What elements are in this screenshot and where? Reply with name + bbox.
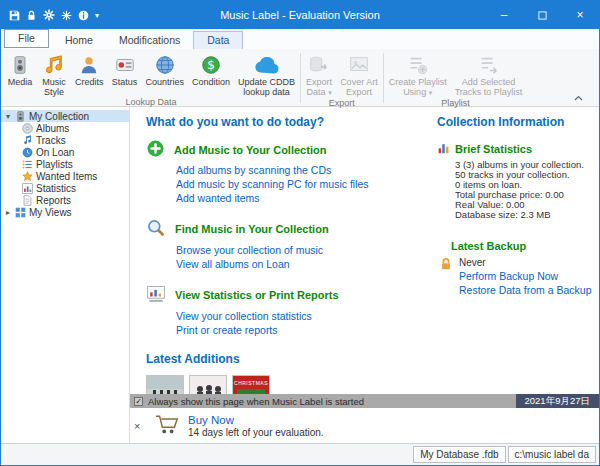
link-add-albums-scanning-cds[interactable]: Add albums by scanning the CDs (176, 164, 429, 176)
settings-gear-icon[interactable] (43, 9, 55, 21)
save-icon[interactable] (9, 10, 20, 21)
sidebar-item-statistics[interactable]: Statistics (1, 182, 129, 194)
sidebar-item-label: My Collection (29, 111, 89, 122)
sidebar-item-label: Reports (36, 195, 71, 206)
backup-lock-icon (439, 257, 453, 296)
section-add-music: Add Music to Your Collection Add albums … (146, 139, 429, 204)
create-playlist-icon (407, 52, 429, 77)
link-restore-data[interactable]: Restore Data from a Backup (459, 284, 591, 296)
sidebar-item-label: Tracks (36, 135, 66, 146)
tree-expanded-icon[interactable]: ▾ (4, 112, 12, 121)
brief-statistics-title: Brief Statistics (455, 143, 532, 155)
condition-dollar-icon: $ (200, 52, 222, 77)
media-button[interactable]: Media (3, 50, 37, 87)
evaluation-note: 14 days left of your evaluation. (188, 427, 324, 438)
link-add-wanted-items[interactable]: Add wanted items (176, 192, 429, 204)
database-name: My Database .fdb (413, 446, 505, 463)
credits-button[interactable]: Credits (71, 50, 108, 87)
section-title: View Statistics or Print Reports (175, 289, 339, 301)
buy-now-link[interactable]: Buy Now (188, 414, 234, 426)
backup-status: Never (459, 257, 591, 268)
latest-additions-heading: Latest Additions (146, 352, 429, 366)
update-cddb-button[interactable]: Update CDDBlookup data (234, 50, 299, 97)
sidebar-item-label: Wanted Items (36, 171, 97, 182)
sidebar-tree: ▾ My Collection Albums Tracks On Loan Pl… (1, 107, 130, 443)
statusbar-spacer (1, 444, 412, 465)
qat-dropdown-icon[interactable]: ▾ (95, 11, 99, 20)
section-find-music: Find Music in Your Collection Browse you… (146, 218, 429, 270)
main-area: What do you want to do today? Add Music … (130, 107, 599, 394)
always-show-checkbox[interactable]: ✓ (134, 397, 143, 406)
tab-file[interactable]: File (4, 29, 49, 48)
tracks-note-icon (22, 135, 33, 146)
sidebar-item-label: On Loan (36, 147, 74, 158)
link-perform-backup-now[interactable]: Perform Backup Now (459, 270, 591, 282)
brief-statistics-list: 3 (3) albums in your collection. 50 trac… (455, 160, 593, 220)
statusbar: My Database .fdb c:\music label da (1, 443, 599, 465)
sidebar-item-on-loan[interactable]: On Loan (1, 146, 129, 158)
statistics-report-icon (146, 284, 166, 306)
music-style-button[interactable]: MusicStyle (37, 50, 71, 97)
sidebar-item-label: My Views (29, 207, 72, 218)
ribbon-group-playlist: Create PlaylistUsing ▾ Add SelectedTrack… (385, 50, 527, 106)
link-add-music-scanning-pc[interactable]: Add music by scanning PC for music files (176, 178, 429, 190)
always-show-label: Always show this page when Music Label i… (148, 396, 516, 407)
stat-database-size: Database size: 2.3 MB (455, 210, 593, 220)
ribbon-collapse-button[interactable] (574, 91, 583, 103)
sidebar-item-playlists[interactable]: Playlists (1, 158, 129, 170)
date-badge: 2021年9月27日 (516, 394, 599, 408)
export-data-icon (308, 52, 330, 77)
music-style-icon (43, 52, 65, 77)
minimize-button[interactable]: – (485, 1, 523, 29)
update-asterisk-icon[interactable] (61, 10, 72, 21)
tab-home[interactable]: Home (52, 32, 106, 49)
ribbon-separator (383, 53, 384, 103)
export-data-button: ExportData ▾ (302, 50, 336, 98)
show-page-option-bar: ✓ Always show this page when Music Label… (130, 394, 599, 408)
sidebar-item-tracks[interactable]: Tracks (1, 134, 129, 146)
group-label-playlist: Playlist (385, 98, 527, 110)
condition-button[interactable]: $ Condition (188, 50, 234, 87)
credits-icon (78, 52, 100, 77)
cloud-icon (253, 52, 281, 77)
link-view-albums-on-loan[interactable]: View all albums on Loan (176, 258, 429, 270)
link-browse-collection[interactable]: Browse your collection of music (176, 244, 429, 256)
sidebar-item-albums[interactable]: Albums (1, 122, 129, 134)
sidebar-item-my-views[interactable]: ▸ My Views (1, 206, 129, 218)
close-eval-icon[interactable]: × (134, 420, 146, 432)
sidebar-item-wanted-items[interactable]: Wanted Items (1, 170, 129, 182)
link-print-create-reports[interactable]: Print or create reports (176, 324, 429, 336)
tree-collapsed-icon[interactable]: ▸ (4, 208, 12, 217)
status-button[interactable]: Status (108, 50, 142, 87)
link-view-collection-statistics[interactable]: View your collection statistics (176, 310, 429, 322)
svg-text:$: $ (207, 58, 215, 72)
find-music-magnifier-icon (146, 218, 166, 240)
my-views-grid-icon (15, 207, 26, 218)
countries-globe-icon (154, 52, 176, 77)
ribbon: Media MusicStyle Credits Status Countrie… (1, 49, 599, 107)
maximize-button[interactable] (523, 1, 561, 29)
window-title: Music Label - Evaluation Version (121, 9, 479, 21)
cover-art-export-button: Cover ArtExport (336, 50, 382, 97)
add-selected-tracks-button: Add SelectedTracks to Playlist (451, 50, 527, 97)
create-playlist-button: Create PlaylistUsing ▾ (385, 50, 451, 98)
latest-backup-title: Latest Backup (451, 240, 526, 252)
collection-information-panel: Collection Information Brief Statistics … (437, 107, 599, 394)
check-icon: ✓ (135, 397, 142, 406)
window-controls: – × (479, 1, 599, 29)
tab-modifications[interactable]: Modifications (106, 32, 193, 49)
sidebar-item-reports[interactable]: Reports (1, 194, 129, 206)
countries-button[interactable]: Countries (142, 50, 189, 87)
info-icon[interactable] (78, 10, 89, 21)
sidebar-item-my-collection[interactable]: ▾ My Collection (1, 110, 129, 122)
evaluation-bar: × Buy Now 14 days left of your evaluatio… (130, 408, 599, 443)
app-window: ▾ Music Label - Evaluation Version – × F… (0, 0, 600, 466)
minimize-icon: – (501, 8, 508, 22)
cover-text: CHRISTMAS (233, 380, 269, 386)
tab-data[interactable]: Data (193, 31, 243, 49)
close-button[interactable]: × (561, 1, 599, 29)
today-heading: What do you want to do today? (146, 115, 429, 129)
add-tracks-icon (478, 52, 500, 77)
section-statistics-reports: View Statistics or Print Reports View yo… (146, 284, 429, 336)
lock-icon[interactable] (26, 10, 37, 21)
